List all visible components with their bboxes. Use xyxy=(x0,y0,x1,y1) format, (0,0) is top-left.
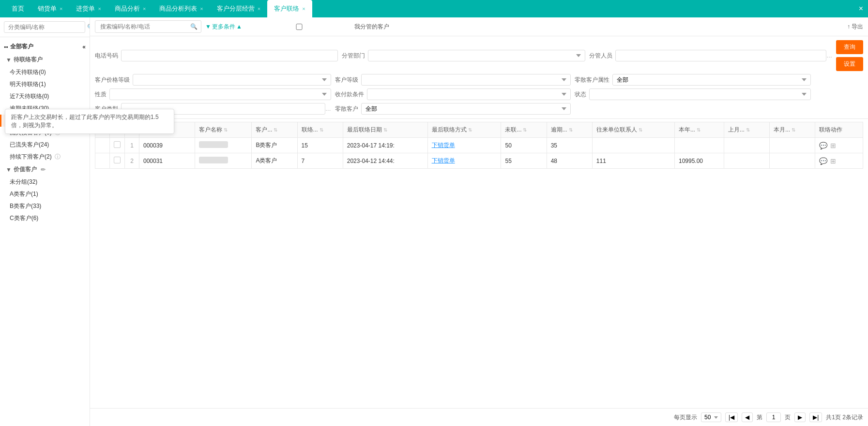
close-customer-tier-tab[interactable]: × xyxy=(258,6,260,12)
col-last-contact-method[interactable]: 最后联络方式 ⇅ xyxy=(427,122,501,138)
retail-customer-select[interactable]: 全部 xyxy=(361,103,571,115)
close-analysis-list-tab[interactable]: × xyxy=(200,6,203,12)
tomorrow-contact-item[interactable]: 明天待联络(1) xyxy=(0,78,90,90)
col-name[interactable]: 客户名称 ⇅ xyxy=(195,122,252,138)
main-search-icon[interactable]: 🔍 xyxy=(190,23,198,30)
page-size-select[interactable]: 50 xyxy=(701,412,721,422)
query-button[interactable]: 查询 xyxy=(836,40,863,54)
b-class-item[interactable]: B类客户(33) xyxy=(0,200,90,212)
col-overdue[interactable]: 逾期... ⇅ xyxy=(547,122,592,138)
row1-settings xyxy=(95,138,110,153)
sort-cp-icon[interactable]: ⇅ xyxy=(639,127,642,132)
col-contact[interactable]: 联络... ⇅ xyxy=(297,122,343,138)
retail-attr-field: 零散客户属性 全部 xyxy=(575,74,811,86)
row2-check[interactable] xyxy=(110,153,125,169)
dept-select[interactable] xyxy=(368,50,585,61)
sort-contact-icon[interactable]: ⇅ xyxy=(320,127,323,132)
table-header-row: ⚙ 客户编码 ⇅ 客户名称 ⇅ xyxy=(95,122,863,138)
customer-grade-select[interactable] xyxy=(361,74,571,86)
col-action: 联络动作 xyxy=(815,122,863,138)
gender-select[interactable] xyxy=(109,88,331,100)
row2-grid-icon[interactable]: ⊞ xyxy=(830,157,836,165)
nav-item-customer-contact[interactable]: 客户联络 × xyxy=(267,0,312,17)
payment-field: 收付款条件 xyxy=(335,88,571,100)
price-level-select[interactable] xyxy=(133,74,331,86)
close-customer-contact-tab[interactable]: × xyxy=(302,6,305,12)
col-contact-person[interactable]: 往来单位联系人 ⇅ xyxy=(592,122,674,138)
sort-nc-icon[interactable]: ⇅ xyxy=(523,127,527,132)
sort-type-icon[interactable]: ⇅ xyxy=(274,127,277,132)
customers-table: ⚙ 客户编码 ⇅ 客户名称 ⇅ xyxy=(95,122,863,169)
sort-lcm-icon[interactable]: ⇅ xyxy=(468,127,472,132)
close-sales-tab[interactable]: × xyxy=(60,6,62,12)
row2-settings xyxy=(95,153,110,169)
sort-lcd-icon[interactable]: ⇅ xyxy=(383,127,387,132)
sort-overdue-icon[interactable]: ⇅ xyxy=(569,127,573,132)
manager-dots[interactable]: … xyxy=(826,52,832,59)
row1-last-contact-method[interactable]: 下销货单 xyxy=(427,138,501,153)
nav-item-sales[interactable]: 销货单 × xyxy=(31,0,69,17)
close-purchase-tab[interactable]: × xyxy=(98,6,101,12)
filter-row-3: 性质 收付款条件 状态 xyxy=(95,88,863,100)
nav-item-customer-tier[interactable]: 客户分层经营 × xyxy=(210,0,267,17)
first-page-btn[interactable]: |◀ xyxy=(725,412,738,422)
ungroup-item[interactable]: 未分组(32) xyxy=(0,176,90,188)
customer-type-dots[interactable]: … xyxy=(325,105,331,112)
today-contact-item[interactable]: 今天待联络(0) xyxy=(0,66,90,78)
last-page-btn[interactable]: ▶| xyxy=(809,412,822,422)
sort-name-icon[interactable]: ⇅ xyxy=(224,127,228,132)
status-select[interactable] xyxy=(589,88,811,100)
col-last-month[interactable]: 上月... ⇅ xyxy=(724,122,769,138)
row2-checkbox[interactable] xyxy=(114,157,121,163)
row2-contact-method-link[interactable]: 下销货单 xyxy=(432,157,455,164)
col-last-contact-date[interactable]: 最后联络日期 ⇅ xyxy=(343,122,427,138)
phone-input[interactable] xyxy=(121,50,338,61)
col-this-month[interactable]: 本月... ⇅ xyxy=(770,122,815,138)
sort-tm-icon[interactable]: ⇅ xyxy=(792,127,795,132)
next-page-btn[interactable]: ▶ xyxy=(794,412,806,422)
row1-check[interactable] xyxy=(110,138,125,153)
nav-item-analysis-list[interactable]: 商品分析列表 × xyxy=(152,0,210,17)
nav-item-purchase[interactable]: 进货单 × xyxy=(69,0,107,17)
col-type[interactable]: 客户... ⇅ xyxy=(252,122,297,138)
keep-declining-item[interactable]: 持续下滑客户(2) ⓘ xyxy=(0,151,90,163)
row1-checkbox[interactable] xyxy=(114,141,121,148)
current-page-input[interactable] xyxy=(766,412,781,422)
sort-ty-icon[interactable]: ⇅ xyxy=(697,127,700,132)
my-customers-checkbox[interactable] xyxy=(246,24,352,30)
edit-icon[interactable]: ✏ xyxy=(41,166,46,173)
nav-item-analysis[interactable]: 商品分析 × xyxy=(108,0,152,17)
more-conditions-btn[interactable]: ▼ 更多条件 ▲ xyxy=(205,23,242,31)
week-contact-item[interactable]: 近7天待联络(0) xyxy=(0,90,90,103)
collapse-icon[interactable]: « xyxy=(82,44,86,50)
row1-grid-icon[interactable]: ⊞ xyxy=(830,142,836,149)
prev-page-btn[interactable]: ◀ xyxy=(742,412,753,422)
col-not-contact[interactable]: 未联... ⇅ xyxy=(501,122,547,138)
filter-row-1: 电话号码 分管部门 分管人员 … 查询 设置 xyxy=(95,40,863,71)
manager-input[interactable] xyxy=(615,50,826,61)
close-all-tabs[interactable]: × xyxy=(859,4,863,13)
row2-chat-icon[interactable]: 💬 xyxy=(819,157,827,165)
payment-select[interactable] xyxy=(367,88,571,100)
main-search-input[interactable] xyxy=(95,20,201,33)
content-area: 🔍 ▼ 更多条件 ▲ 我分管的客户 ↑ 导出 电话号码 xyxy=(90,17,868,426)
c-class-item[interactable]: C类客户(6) xyxy=(0,212,90,224)
row1-contact-method-link[interactable]: 下销货单 xyxy=(432,142,455,148)
export-button[interactable]: ↑ 导出 xyxy=(847,23,863,31)
row2-last-contact-method[interactable]: 下销货单 xyxy=(427,153,501,169)
close-analysis-tab[interactable]: × xyxy=(143,6,146,12)
filter-bar: 🔍 ▼ 更多条件 ▲ 我分管的客户 ↑ 导出 xyxy=(90,17,868,36)
row1-chat-icon[interactable]: 💬 xyxy=(819,142,827,149)
sort-lm-icon[interactable]: ⇅ xyxy=(746,127,750,132)
nav-item-home[interactable]: 首页 xyxy=(5,0,31,17)
waiting-contact-group[interactable]: ▼ 待联络客户 xyxy=(0,53,90,66)
sidebar-search-input[interactable] xyxy=(4,21,85,33)
settings-button[interactable]: 设置 xyxy=(836,57,863,71)
value-customers-group[interactable]: ▼ 价值客户 ✏ xyxy=(0,163,90,176)
retail-attr-select[interactable]: 全部 xyxy=(612,74,811,86)
a-class-item[interactable]: A类客户(1) xyxy=(0,188,90,200)
my-customers-checkbox-label[interactable]: 我分管的客户 xyxy=(246,23,389,31)
all-customers-header[interactable]: ▪▪ 全部客户 « xyxy=(0,40,90,53)
already-lost-item[interactable]: 已流失客户(24) xyxy=(0,139,90,151)
col-this-year[interactable]: 本年... ⇅ xyxy=(674,122,724,138)
